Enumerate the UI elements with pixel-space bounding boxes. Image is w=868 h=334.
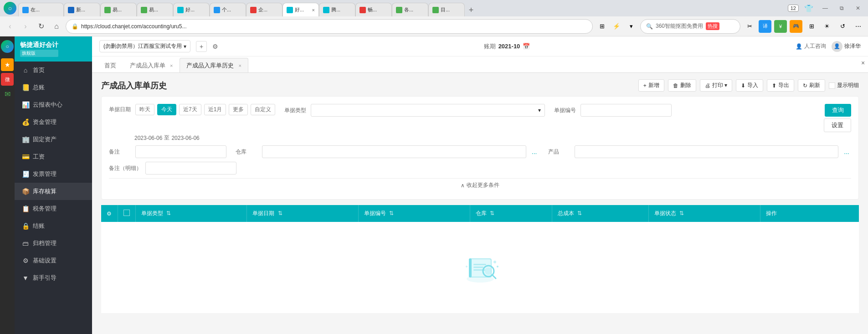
customer-service-button[interactable]: 👤 人工咨询 <box>796 42 826 50</box>
sidebar-item-invoice[interactable]: 🧾 发票管理 <box>15 165 92 183</box>
date-today-btn[interactable]: 今天 <box>157 104 176 115</box>
scissors-icon[interactable]: ✂ <box>743 20 756 33</box>
browser-tab-5[interactable]: 好... <box>173 3 210 16</box>
grid-icon[interactable]: ⊞ <box>596 20 608 33</box>
home-button[interactable]: ⌂ <box>50 20 63 33</box>
close-button[interactable]: ✕ <box>852 2 864 15</box>
apps-icon[interactable]: ⊞ <box>805 20 818 33</box>
gear-settings-icon[interactable]: ⚙ <box>107 211 112 217</box>
print-button[interactable]: 🖨 打印 ▾ <box>700 79 732 92</box>
add-company-button[interactable]: + <box>196 41 207 52</box>
type-select[interactable]: ▾ <box>311 104 545 117</box>
browser-tab-8[interactable]: 好... × <box>282 3 319 16</box>
company-selector[interactable]: (勿删勿禁用）江西服宝测试专用 ▾ <box>99 40 190 52</box>
display-checkbox[interactable] <box>829 82 835 89</box>
remark-input[interactable] <box>135 145 226 158</box>
sidebar-item-ledger[interactable]: 📒 总账 <box>15 79 92 96</box>
icon-sidebar-item-weibo[interactable]: 微 <box>1 73 14 86</box>
import-button[interactable]: ⬇ 导入 <box>736 79 763 92</box>
page-tab-home[interactable]: 首页 <box>98 58 123 72</box>
detail-remark-input[interactable] <box>145 162 236 175</box>
number-input[interactable] <box>580 104 672 117</box>
th-gear[interactable]: ⚙ <box>101 205 118 222</box>
tab8-close[interactable]: × <box>312 7 315 13</box>
back-button[interactable]: ‹ <box>4 20 16 33</box>
sidebar-item-tax[interactable]: 📋 税务管理 <box>15 200 92 217</box>
display-toggle[interactable]: 显示明细 <box>829 82 859 89</box>
add-button[interactable]: + 新增 <box>638 79 664 92</box>
browser-tab-12[interactable]: 目... <box>428 3 465 16</box>
page-tab-list-close[interactable]: × <box>170 63 173 68</box>
page-tab-list[interactable]: 产成品入库单 × <box>123 58 180 72</box>
sort-warehouse-icon[interactable]: ⇅ <box>490 210 494 216</box>
query-button[interactable]: 查询 <box>825 104 851 117</box>
date-more-btn[interactable]: 更多 <box>229 104 248 115</box>
date-7days-btn[interactable]: 近7天 <box>179 104 201 115</box>
sort-cost-icon[interactable]: ⇅ <box>577 210 582 216</box>
sidebar-item-archive[interactable]: 🗃 归档管理 <box>15 235 92 252</box>
export-button[interactable]: ⬆ 导出 <box>767 79 794 92</box>
minimize-button[interactable]: — <box>819 2 832 15</box>
warehouse-dots-button[interactable]: ... <box>530 148 539 155</box>
setting-button[interactable]: 设置 <box>824 118 851 132</box>
sidebar-item-reports[interactable]: 📊 云报表中心 <box>15 96 92 113</box>
sidebar-item-home[interactable]: ⌂ 首页 <box>15 62 92 79</box>
more-icon[interactable]: ⋯ <box>852 20 864 33</box>
refresh-button[interactable]: ↻ 刷新 <box>798 79 825 92</box>
date-1month-btn[interactable]: 近1月 <box>204 104 226 115</box>
th-check[interactable] <box>118 205 135 222</box>
sort-type-icon[interactable]: ⇅ <box>166 210 171 216</box>
page-tab-history-close[interactable]: × <box>238 63 241 68</box>
browser-tab-3[interactable]: 易... <box>100 3 137 16</box>
restore-button[interactable]: ⧉ <box>835 2 848 15</box>
browser-logo[interactable]: ○ <box>4 2 16 15</box>
browser-tab-4[interactable]: 易... <box>137 3 173 16</box>
dropdown-icon[interactable]: ▾ <box>625 20 637 33</box>
icon-sidebar-item-star[interactable]: ★ <box>1 58 14 71</box>
browser-tab-10[interactable]: 畅... <box>355 3 392 16</box>
panel-close-button[interactable]: × <box>858 58 868 67</box>
sort-status-icon[interactable]: ⇅ <box>679 210 684 216</box>
calendar-icon[interactable]: 📅 <box>523 43 530 50</box>
date-custom-btn[interactable]: 自定义 <box>251 104 275 115</box>
translate-icon[interactable]: 译 <box>759 20 771 33</box>
browser-tab-9[interactable]: 腾... <box>319 3 355 16</box>
sidebar-item-settings[interactable]: ⚙ 基础设置 <box>15 252 92 269</box>
yuan-icon[interactable]: ¥ <box>774 20 787 33</box>
refresh-button[interactable]: ↻ <box>35 20 47 33</box>
sidebar-item-inventory[interactable]: 📦 库存核算 <box>15 183 92 200</box>
sidebar-item-payroll[interactable]: 💳 工资 <box>15 148 92 165</box>
back2-icon[interactable]: ↺ <box>836 20 849 33</box>
product-dots-button[interactable]: ... <box>842 148 851 155</box>
browser-tab-7[interactable]: 企... <box>246 3 282 16</box>
sort-number-icon[interactable]: ⇅ <box>389 210 394 216</box>
browser-tab-2[interactable]: 新... <box>64 3 100 16</box>
url-bar[interactable]: 🔒 https://cloud.chanjet.com/accounting/u… <box>66 19 593 34</box>
collapse-bar[interactable]: ∧ 收起更多条件 <box>109 178 851 192</box>
lightning-icon[interactable]: ⚡ <box>610 20 623 33</box>
icon-sidebar-item-mail[interactable]: ✉ <box>1 87 14 100</box>
game-icon[interactable]: 🎮 <box>790 20 802 33</box>
sidebar-item-closing[interactable]: 🔒 结账 <box>15 217 92 235</box>
browser-tab-6[interactable]: 个... <box>210 3 246 16</box>
search-box[interactable]: 🔍 360智能抠图免费用 热搜 <box>640 19 740 34</box>
browser-tab-1[interactable]: 在... <box>18 3 64 16</box>
user-profile-button[interactable]: 👤 徐泽华 <box>832 41 861 52</box>
icon-sidebar-item-circle[interactable]: ○ <box>1 40 14 53</box>
new-tab-button[interactable]: + <box>465 4 478 16</box>
sidebar-item-more[interactable]: ▼ 新手引导 <box>15 269 92 287</box>
shirt-icon[interactable]: 👕 <box>802 4 815 13</box>
warehouse-input[interactable] <box>262 145 526 158</box>
sidebar-item-funds[interactable]: 💰 资金管理 <box>15 113 92 131</box>
select-all-checkbox[interactable] <box>123 210 130 216</box>
sort-date-icon[interactable]: ⇅ <box>278 210 282 216</box>
browser-tab-11[interactable]: 各... <box>392 3 428 16</box>
sun-icon[interactable]: ☀ <box>821 20 833 33</box>
product-input[interactable] <box>575 145 839 158</box>
delete-button[interactable]: 🗑 删除 <box>668 79 696 92</box>
page-tab-history[interactable]: 产成品入库单历史 × <box>180 58 248 72</box>
topbar-settings-icon[interactable]: ⚙ <box>212 43 218 50</box>
forward-button[interactable]: › <box>19 20 32 33</box>
date-yesterday-btn[interactable]: 昨天 <box>135 104 154 115</box>
sidebar-item-fixed-assets[interactable]: 🏢 固定资产 <box>15 131 92 148</box>
